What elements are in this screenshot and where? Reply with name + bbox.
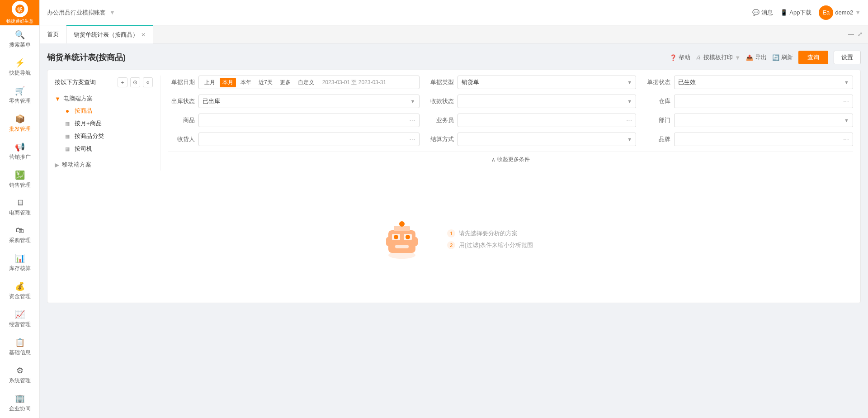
filter-form: 单据日期 上月 本月 本年 近7天 更多 自定义 2023-03-01 至 20…	[160, 76, 860, 171]
bill-status-label: 单据状态	[643, 78, 670, 86]
tab-minimize-icon[interactable]: —	[848, 31, 854, 38]
date-tab-last-month[interactable]: 上月	[202, 78, 218, 87]
breadcrumb-arrow-icon: ▼	[109, 9, 115, 16]
product-control[interactable]: ···	[198, 114, 420, 127]
sidebar-item-search-label: 搜索菜单	[9, 41, 31, 49]
help-button[interactable]: ❓ 帮助	[670, 53, 690, 62]
date-tab-more[interactable]: 更多	[277, 78, 293, 87]
header-right: 💬 消息 📱 App下载 Ea demo2 ▼	[752, 5, 861, 20]
export-button[interactable]: 📤 导出	[746, 53, 767, 62]
tab-maximize-icon[interactable]: ⤢	[858, 31, 863, 38]
warehouse-dots-icon: ···	[843, 97, 849, 105]
receiver-label: 收货人	[168, 135, 195, 143]
tab-stats[interactable]: 销货单统计表（按商品） ✕	[66, 25, 153, 43]
message-button[interactable]: 💬 消息	[752, 9, 773, 17]
out-status-control[interactable]: 已出库 ▼	[198, 95, 420, 108]
tip-num-2: 2	[447, 241, 455, 249]
tab-close-icon[interactable]: ✕	[141, 32, 146, 38]
scheme-item-by-driver[interactable]: ▦ 按司机	[51, 142, 156, 155]
salesperson-control[interactable]: ···	[458, 114, 637, 127]
date-label: 单据日期	[168, 78, 195, 86]
bill-type-label: 单据类型	[427, 78, 454, 86]
tip-num-1: 1	[447, 229, 455, 238]
sidebar-item-retail[interactable]: 🛒 零售管理	[0, 81, 39, 109]
settlement-arrow-icon: ▼	[627, 137, 632, 142]
sidebar-item-marketing[interactable]: 📢 营销推广	[0, 138, 39, 166]
sidebar-item-system[interactable]: ⚙ 系统管理	[0, 361, 39, 389]
product-dots-icon: ···	[409, 116, 415, 124]
scheme-grid-icon-3: ▦	[64, 145, 71, 152]
date-range-control[interactable]: 上月 本月 本年 近7天 更多 自定义 2023-03-01 至 2023-03…	[198, 76, 420, 89]
enterprise-icon: 🏢	[15, 394, 25, 404]
message-label: 消息	[761, 9, 773, 17]
export-label: 导出	[755, 53, 767, 62]
date-tab-year[interactable]: 本年	[238, 78, 254, 87]
filter-field-receipt-status: 收款状态 ▼	[427, 95, 637, 108]
sidebar-item-operations[interactable]: 📈 经营管理	[0, 305, 39, 333]
scheme-add-button[interactable]: ＋	[118, 77, 127, 87]
receipt-status-label: 收款状态	[427, 97, 454, 105]
date-tab-custom[interactable]: 自定义	[295, 78, 317, 87]
tab-home[interactable]: 首页	[40, 25, 66, 43]
date-tab-7days[interactable]: 近7天	[256, 78, 275, 87]
logo-text: 畅捷通好生意	[6, 18, 33, 24]
print-button[interactable]: 🖨 按模板打印 ▼	[696, 53, 741, 62]
date-tab-current-month[interactable]: 本月	[220, 78, 236, 87]
bill-type-control[interactable]: 销货单 ▼	[458, 76, 637, 89]
product-label: 商品	[168, 116, 195, 124]
department-label: 部门	[643, 116, 670, 124]
svg-rect-3	[388, 230, 415, 253]
refresh-label: 刷新	[781, 53, 793, 62]
settings-button[interactable]: 设置	[834, 51, 861, 64]
department-control[interactable]: ▼	[674, 114, 853, 127]
wholesale-icon: 📦	[15, 114, 25, 124]
scheme-item-by-product[interactable]: ● 按商品	[51, 104, 156, 117]
sidebar-item-finance[interactable]: 💰 资金管理	[0, 277, 39, 305]
sidebar-item-ecommerce[interactable]: 🖥 电商管理	[0, 194, 39, 221]
scheme-item-by-category[interactable]: ▦ 按商品分类	[51, 130, 156, 142]
svg-point-12	[399, 221, 405, 227]
warehouse-control[interactable]: ···	[674, 95, 853, 108]
scheme-grid-icon-2: ▦	[64, 133, 71, 140]
bill-status-control[interactable]: 已生效 ▼	[674, 76, 853, 89]
sidebar-item-inventory[interactable]: 📊 库存核算	[0, 249, 39, 277]
inventory-icon: 📊	[15, 253, 25, 263]
collapse-button[interactable]: ∧ 收起更多条件	[168, 152, 853, 167]
brand-label: 品牌	[643, 135, 670, 143]
print-arrow-icon: ▼	[735, 54, 741, 61]
tip-text-2: 用[过滤]条件来缩小分析范围	[459, 241, 533, 249]
finance-icon: 💰	[15, 281, 25, 291]
sidebar-item-ecommerce-label: 电商管理	[9, 209, 31, 217]
sidebar-item-quicknav[interactable]: ⚡ 快捷导航	[0, 53, 39, 81]
sidebar-item-enterprise[interactable]: 🏢 企业协同	[0, 389, 39, 417]
receiver-control[interactable]: ···	[198, 133, 420, 146]
sidebar-item-quicknav-label: 快捷导航	[9, 69, 31, 77]
filter-field-out-status: 出库状态 已出库 ▼	[168, 95, 420, 108]
filter-row-3: 商品 ··· 业务员 ···	[168, 114, 853, 127]
receipt-status-control[interactable]: ▼	[458, 95, 637, 108]
scheme-edit-button[interactable]: ⊙	[130, 77, 140, 87]
sidebar-item-purchase[interactable]: 🛍 采购管理	[0, 221, 39, 249]
scheme-section-mobile-header[interactable]: ▶ 移动端方案	[51, 159, 156, 171]
sidebar-item-search[interactable]: 🔍 搜索菜单	[0, 25, 39, 53]
brand-control[interactable]: ···	[674, 133, 853, 146]
user-menu[interactable]: Ea demo2 ▼	[819, 5, 861, 20]
settlement-control[interactable]: ▼	[458, 133, 637, 146]
bill-type-arrow-icon: ▼	[627, 80, 632, 85]
sidebar-item-retail-label: 零售管理	[9, 97, 31, 105]
app-download-button[interactable]: 📱 App下载	[780, 9, 811, 17]
query-button[interactable]: 查询	[798, 51, 828, 64]
empty-tip-1: 1 请先选择要分析的方案	[447, 229, 533, 238]
scheme-section-desktop-header[interactable]: ▼ 电脑端方案	[51, 93, 156, 104]
page-title: 销货单统计表(按商品)	[47, 52, 126, 63]
ecommerce-icon: 🖥	[16, 198, 24, 208]
scheme-grid-icon-1: ▦	[64, 120, 71, 127]
scheme-sidebar: 按以下方案查询 ＋ ⊙ « ▼ 电脑端方案 ● 按商品	[47, 76, 160, 171]
sidebar-item-basic[interactable]: 📋 基础信息	[0, 333, 39, 361]
scheme-item-by-month-product[interactable]: ▦ 按月+商品	[51, 117, 156, 130]
tabbar: 首页 销货单统计表（按商品） ✕ — ⤢	[40, 25, 868, 43]
sidebar-item-sales[interactable]: 💹 销售管理	[0, 166, 39, 194]
scheme-collapse-button[interactable]: «	[143, 77, 153, 87]
refresh-button[interactable]: 🔄 刷新	[772, 53, 793, 62]
sidebar-item-wholesale[interactable]: 📦 批发管理	[0, 109, 39, 138]
